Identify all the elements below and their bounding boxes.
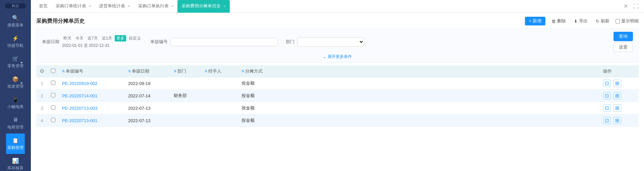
search-icon: 🔍 [12,14,19,21]
row-checkbox-0[interactable] [51,81,55,85]
sidebar-item-quick-nav[interactable]: ⚡快捷导航 [6,31,25,52]
sidebar-item-mini-shop[interactable]: 📱小畅电商 [6,93,25,113]
th-handler[interactable]: ⇅ 经手人 [201,65,238,77]
refresh-button[interactable]: ↻ 刷新 [594,17,611,25]
sidebar-item-label: 批发管理 [7,84,23,89]
sidebar-item-ecommerce[interactable]: 🖥电商管理 [6,113,25,134]
th-doc-no[interactable]: ⇅ 单据编号 [59,65,125,77]
view-icon-1[interactable]: ⊡ [603,92,611,99]
filter-expand-row: ⌄ 展开更多条件 [42,54,633,60]
dept-select[interactable]: 财务部 [297,37,364,47]
sidebar-item-label: 电商管理 [7,124,23,130]
page-header: 采购费用分摊单历史 + 新增 🗑 删除 ⬇ 导出 ↻ 刷新 显示明细 [31,13,644,28]
tab-label: 采购订单执行表 [138,3,169,9]
doc-no-link-3[interactable]: PE-20220713-001 [62,118,98,123]
filter-row: 单据日期 昨天 今天 近7天 近1月 更多 自定义 2022-01-01 至 2… [42,32,633,52]
th-doc-date[interactable]: ⇅ 单据日期 [125,65,170,77]
shortcut-7days[interactable]: 近7天 [86,35,99,41]
select-all-checkbox[interactable] [51,69,55,73]
settings-gear-icon[interactable]: ⚙ [40,68,44,74]
doc-no-link-0[interactable]: PE-20220919-002 [62,81,98,86]
table-row: 1 PE-20220919-002 2022-09-19 按金额 ⊡ ⊞ [36,77,639,90]
tab-inbound-stats[interactable]: 进货单统计表× [95,0,134,13]
view-icon-2[interactable]: ⊡ [603,104,611,112]
doc-no-input[interactable] [170,38,278,46]
th-action: 操作 [600,65,639,77]
edit-icon-0[interactable]: ⊞ [613,80,621,87]
shortcut-yesterday[interactable]: 昨天 [62,35,73,41]
row-doc-date-1: 2022-07-14 [125,90,170,102]
sidebar-item-label: 库存核算 [7,165,23,171]
row-action-1: ⊡ ⊞ [600,90,639,102]
tab-close-icon[interactable]: × [223,4,225,8]
tab-bar: 首页采购订单统计表×进货单统计表×采购订单执行表×采购费用分摊单历史× ✕ ⛶ [31,0,644,13]
row-split-method-0: 按金额 [238,77,600,90]
row-checkbox-1[interactable] [51,93,55,97]
sidebar-item-purchase[interactable]: 📋采购管理 [6,134,25,154]
row-checkbox-2[interactable] [51,105,55,110]
tab-purchase-fee-history[interactable]: 采购费用分摊单历史× [177,0,229,13]
ecommerce-icon: 🖥 [12,116,19,123]
row-doc-no-0: PE-20220919-002 [59,77,125,90]
export-button[interactable]: ⬇ 导出 [572,17,590,25]
retail-icon: 🛒 [12,55,19,62]
row-check-2 [48,102,59,114]
setting-button[interactable]: 设置 [613,42,633,52]
close-all-tabs-button[interactable]: ✕ [622,2,629,10]
tab-purchase-order-exec[interactable]: 采购订单执行表× [134,0,177,13]
shortcut-1month[interactable]: 近1月 [101,35,114,41]
expand-filter-button[interactable]: ⌄ 展开更多条件 [323,54,352,60]
date-filter: 单据日期 昨天 今天 近7天 近1月 更多 自定义 2022-01-01 至 2… [42,35,142,49]
sidebar-logo: 标志 [5,3,25,8]
tab-close-icon[interactable]: × [128,4,130,8]
row-dept-0 [170,77,202,90]
show-merge-checkbox-input[interactable] [615,19,620,23]
row-num-1: 2 [36,90,48,102]
edit-icon-3[interactable]: ⊞ [613,117,621,124]
tab-close-icon[interactable]: × [171,4,173,8]
date-filter-label: 单据日期 [42,39,59,45]
sort-icon-dept: ⇅ [174,69,176,73]
doc-no-filter: 单据编号 [150,38,278,46]
row-doc-no-2: PE-20220713-003 [59,102,125,114]
delete-button[interactable]: 🗑 删除 [549,17,568,25]
maximize-button[interactable]: ⛶ [632,3,640,10]
shortcut-more[interactable]: 更多 [115,35,126,41]
th-dept[interactable]: ⇅ 部门 [170,65,202,77]
row-checkbox-3[interactable] [51,118,55,122]
row-doc-no-1: PE-20220714-001 [59,90,125,102]
th-settings[interactable]: ⚙ [36,65,48,77]
search-button[interactable]: 查询 [613,32,633,41]
sidebar-item-search[interactable]: 🔍搜索菜单 [6,11,25,31]
edit-icon-1[interactable]: ⊞ [613,92,621,99]
view-icon-0[interactable]: ⊡ [603,80,611,87]
sidebar-item-wholesale[interactable]: 📦批发管理 [6,72,25,93]
export-icon: ⬇ [574,19,578,24]
row-handler-3 [201,114,238,127]
row-doc-date-3: 2022-07-13 [125,114,170,127]
doc-no-link-2[interactable]: PE-20220713-003 [62,106,98,111]
filter-area: 单据日期 昨天 今天 近7天 近1月 更多 自定义 2022-01-01 至 2… [36,28,639,63]
row-action-0: ⊡ ⊞ [600,77,639,90]
tab-close-icon[interactable]: × [89,4,91,8]
tab-home[interactable]: 首页 [35,0,52,13]
edit-icon-2[interactable]: ⊞ [613,104,621,112]
sidebar: 标志 🔍搜索菜单⚡快捷导航🛒零售管理📦批发管理📱小畅电商🖥电商管理📋采购管理📊库… [0,0,31,171]
row-split-method-3: 按金额 [238,114,600,127]
sidebar-item-label: 小畅电商 [7,104,23,110]
tab-purchase-order-stats[interactable]: 采购订单统计表× [52,0,95,13]
sidebar-item-retail[interactable]: 🛒零售管理 [6,52,25,72]
row-handler-0 [201,77,238,90]
show-merge-checkbox[interactable]: 显示明细 [615,18,639,24]
th-split-method[interactable]: ⇅ 分摊方式 [238,65,600,77]
sidebar-item-inventory[interactable]: 📊库存核算 [6,154,25,171]
shortcut-today[interactable]: 今天 [74,35,85,41]
doc-no-link-1[interactable]: PE-20220714-001 [62,93,98,98]
add-button[interactable]: + 新增 [525,17,545,25]
shortcut-custom[interactable]: 自定义 [127,35,142,41]
row-check-3 [48,114,59,127]
row-action-3: ⊡ ⊞ [600,114,639,127]
table-row: 3 PE-20220713-003 2022-07-13 按金额 ⊡ ⊞ [36,102,639,114]
view-icon-3[interactable]: ⊡ [603,117,611,124]
search-actions: 查询 设置 [613,32,633,52]
